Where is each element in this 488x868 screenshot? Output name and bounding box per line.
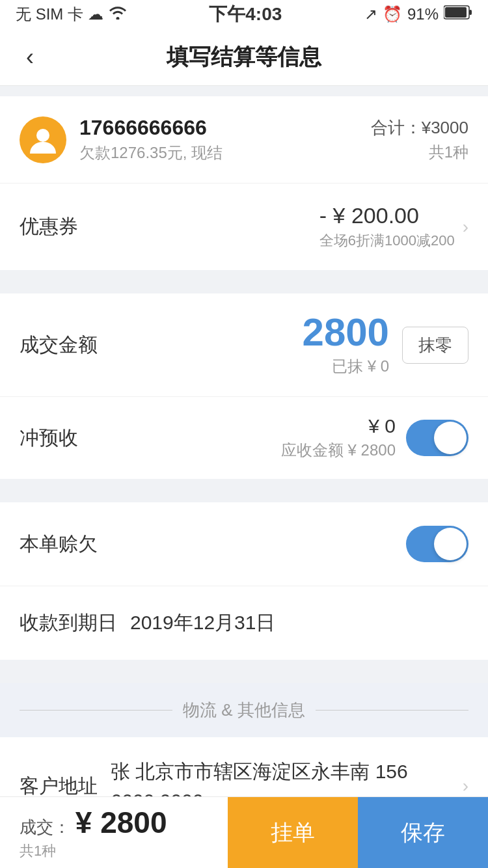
total-count: 共1种 [371,142,468,163]
save-button[interactable]: 保存 [358,797,488,869]
user-info-section: 17666666666 欠款1276.35元, 现结 合计：¥3000 共1种 … [0,96,488,270]
no-sim-text: 无 SIM 卡 ☁ [16,4,103,25]
bad-debt-label: 本单赊欠 [20,531,98,558]
prepay-sub: 应收金额 ¥ 2800 [281,440,396,461]
coupon-right: - ¥ 200.00 全场6折满1000减200 › [319,203,468,251]
due-date-value: 2019年12月31日 [130,610,275,636]
battery-text: 91% [407,5,439,23]
bottom-left: 成交： ¥ 2800 共1种 [0,805,228,861]
svg-rect-1 [469,10,472,15]
divider-1 [0,280,488,293]
coupon-row[interactable]: 优惠券 - ¥ 200.00 全场6折满1000减200 › [0,183,488,270]
user-right: 合计：¥3000 共1种 [371,116,468,163]
deal-right: 2800 已抹 ¥ 0 抹零 [303,313,468,377]
deal-amount-sub: 已抹 ¥ 0 [303,356,389,377]
due-date-label: 收款到期日 [20,610,117,636]
bottom-deal-label: 成交： [20,817,70,837]
back-button[interactable]: ‹ [20,37,40,77]
status-time: 下午4:03 [209,2,282,27]
coupon-label: 优惠券 [20,213,78,240]
user-left: 17666666666 欠款1276.35元, 现结 [20,116,223,163]
wifi-icon [109,5,127,23]
total-label: 合计：¥3000 [371,116,468,139]
coupon-sub: 全场6折满1000减200 [319,231,455,251]
deal-left: 成交金额 [20,332,98,359]
round-zero-button[interactable]: 抹零 [402,327,468,364]
prepay-right: ¥ 0 应收金额 ¥ 2800 [281,415,468,461]
divider-3 [0,670,488,683]
location-icon: ↗ [364,5,377,23]
status-bar: 无 SIM 卡 ☁ 下午4:03 ↗ ⏰ 91% [0,0,488,29]
logistics-title: 物流 & 其他信息 [183,699,305,722]
due-date-row: 收款到期日 2019年12月31日 [0,586,488,660]
status-left: 无 SIM 卡 ☁ [16,4,127,25]
page-title: 填写结算等信息 [167,42,321,72]
battery-icon [444,5,472,23]
bottom-deal-count: 共1种 [20,841,208,861]
address-chevron-icon: › [463,776,468,796]
hang-order-button[interactable]: 挂单 [228,797,358,869]
svg-point-3 [36,129,49,142]
logistics-line-right [316,710,468,711]
deal-amount-value: 2800 [303,313,389,352]
bad-debt-toggle[interactable] [406,526,468,562]
deal-amount-row: 成交金额 2800 已抹 ¥ 0 抹零 [0,293,488,397]
logistics-line-left [20,710,172,711]
bad-debt-row: 本单赊欠 [0,502,488,586]
avatar [20,116,66,163]
nav-bar: ‹ 填写结算等信息 [0,29,488,86]
chevron-right-icon: › [463,217,468,237]
user-details: 17666666666 欠款1276.35元, 现结 [79,116,223,163]
deal-amount-info: 2800 已抹 ¥ 0 [303,313,389,377]
prepay-toggle[interactable] [406,420,468,456]
svg-rect-2 [445,7,467,18]
bottom-deal-row: 成交： ¥ 2800 [20,805,208,840]
bottom-deal-value: ¥ 2800 [75,806,167,839]
bottom-bar: 成交： ¥ 2800 共1种 挂单 保存 [0,796,488,868]
toggle-thumb [434,422,467,454]
bad-debt-toggle-thumb [434,528,467,560]
prepay-row: 冲预收 ¥ 0 应收金额 ¥ 2800 [0,397,488,479]
bad-debt-section: 本单赊欠 收款到期日 2019年12月31日 [0,502,488,660]
user-phone: 17666666666 [79,116,223,140]
coupon-discount: - ¥ 200.00 [319,203,455,228]
user-sub-text: 欠款1276.35元, 现结 [79,142,223,163]
status-right: ↗ ⏰ 91% [364,5,472,23]
prepay-val-block: ¥ 0 应收金额 ¥ 2800 [281,415,396,461]
alarm-icon: ⏰ [383,5,402,23]
prepay-label: 冲预收 [20,425,78,452]
divider-2 [0,489,488,502]
deal-amount-section: 成交金额 2800 已抹 ¥ 0 抹零 冲预收 ¥ 0 应收金额 ¥ 2800 [0,293,488,479]
deal-amount-label: 成交金额 [20,332,98,359]
coupon-info: - ¥ 200.00 全场6折满1000减200 [319,203,455,251]
user-info-row: 17666666666 欠款1276.35元, 现结 合计：¥3000 共1种 [0,96,488,183]
prepay-value: ¥ 0 [281,415,396,437]
address-label: 客户地址 [20,773,98,800]
logistics-header: 物流 & 其他信息 [0,683,488,737]
